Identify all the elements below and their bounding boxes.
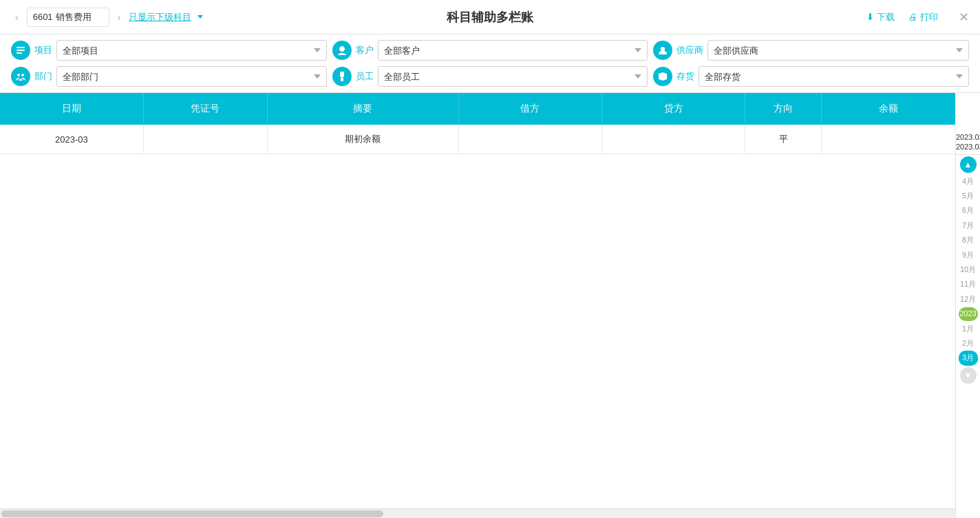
cell-summary: 期初余额	[268, 125, 459, 154]
print-button[interactable]: 🖨 打印	[908, 11, 938, 23]
main-window: ‹ 6601 销售费用 › 只显示下级科目 科目辅助多栏账 ⬇ 下载 🖨 打印 …	[0, 0, 980, 518]
print-label: 打印	[920, 11, 938, 23]
timeline-item-8[interactable]: 8月	[956, 233, 980, 247]
timeline-header-1: 2023.03 2023.03	[956, 130, 980, 155]
page-title: 科目辅助多栏账	[447, 9, 533, 25]
account-code-text: 6601	[33, 12, 53, 22]
col-summary: 摘要	[268, 93, 459, 125]
timeline-item-12[interactable]: 12月	[956, 292, 980, 307]
department-icon	[11, 67, 30, 86]
supplier-label: 供应商	[677, 44, 703, 56]
timeline-item-7[interactable]: 7月	[956, 218, 980, 233]
svg-point-5	[21, 74, 24, 76]
timeline-year-2023[interactable]: 2023	[959, 307, 978, 320]
svg-rect-0	[17, 47, 25, 48]
svg-rect-1	[17, 50, 25, 51]
download-button[interactable]: ⬇ 下载	[866, 11, 895, 23]
inventory-icon	[653, 67, 672, 86]
prev-arrow[interactable]: ‹	[11, 10, 23, 24]
filter-supplier: 供应商 全部供应商	[653, 40, 969, 61]
filter-bar: 项目 全部项目 客户 全部客户 供应商 全部供	[0, 34, 980, 93]
horizontal-scrollbar[interactable]	[0, 508, 955, 518]
side-timeline: 2023.03 2023.03 ▲ 4月 5月 6月 7月 8月 9月 10月 …	[955, 127, 980, 518]
col-debit: 借方	[458, 93, 601, 125]
project-label: 项目	[34, 44, 52, 56]
cell-balance	[822, 125, 955, 154]
timeline-item-5[interactable]: 5月	[956, 189, 980, 203]
department-label: 部门	[34, 70, 52, 83]
timeline-item-2[interactable]: 2月	[956, 336, 980, 351]
supplier-select[interactable]: 全部供应商	[707, 40, 969, 61]
col-date: 日期	[0, 93, 143, 125]
customer-label: 客户	[356, 44, 374, 56]
title-bar: ‹ 6601 销售费用 › 只显示下级科目 科目辅助多栏账 ⬇ 下载 🖨 打印 …	[0, 0, 980, 34]
customer-select[interactable]: 全部客户	[378, 40, 648, 61]
project-icon	[11, 41, 30, 60]
timeline-item-11[interactable]: 11月	[956, 277, 980, 291]
svg-rect-2	[17, 52, 22, 54]
cell-date: 2023-03	[0, 125, 143, 154]
cell-direction: 平	[745, 125, 822, 154]
print-icon: 🖨	[908, 12, 917, 22]
svg-rect-6	[340, 72, 344, 74]
timeline-item-1[interactable]: 1月	[956, 322, 980, 336]
filter-inventory: 存货 全部存货	[653, 66, 969, 87]
account-code-display[interactable]: 6601 销售费用	[27, 8, 109, 27]
table-container: 日期 凭证号 摘要 借方 贷方 方向 余额 2023-03	[0, 93, 955, 508]
svg-point-4	[17, 74, 20, 76]
close-button[interactable]: ✕	[959, 10, 969, 25]
timeline-item-4[interactable]: 4月	[956, 174, 980, 189]
scrollbar-thumb[interactable]	[1, 510, 383, 517]
inventory-label: 存货	[677, 70, 694, 83]
timeline-item-9[interactable]: 9月	[956, 248, 980, 262]
show-sub-chevron	[198, 15, 203, 19]
department-select[interactable]: 全部部门	[56, 66, 327, 87]
timeline-item-6[interactable]: 6月	[956, 203, 980, 218]
project-select[interactable]: 全部项目	[56, 40, 327, 61]
cell-debit	[458, 125, 601, 154]
timeline-item-10[interactable]: 10月	[956, 262, 980, 277]
filter-row-1: 项目 全部项目 客户 全部客户 供应商 全部供	[11, 40, 969, 61]
col-direction: 方向	[745, 93, 822, 125]
filter-project: 项目 全部项目	[11, 40, 327, 61]
employee-icon	[332, 67, 352, 86]
cell-credit	[601, 125, 745, 154]
timeline-down-arrow[interactable]: ▼	[960, 367, 977, 384]
title-actions: ⬇ 下载 🖨 打印 ✕	[866, 10, 969, 25]
show-sub-link[interactable]: 只显示下级科目	[129, 11, 191, 23]
filter-customer: 客户 全部客户	[332, 40, 648, 61]
download-icon: ⬇	[866, 12, 874, 22]
svg-rect-7	[341, 78, 343, 81]
customer-icon	[332, 41, 352, 60]
inventory-select[interactable]: 全部存货	[699, 66, 969, 87]
supplier-icon	[653, 41, 672, 60]
ledger-table: 日期 凭证号 摘要 借方 贷方 方向 余额 2023-03	[0, 93, 955, 154]
timeline-item-3-selected[interactable]: 3月	[959, 351, 978, 365]
col-balance: 余额	[822, 93, 955, 125]
table-row: 2023-03 期初余额 平	[0, 125, 955, 154]
timeline-up-arrow[interactable]: ▲	[960, 156, 977, 173]
col-credit: 贷方	[601, 93, 745, 125]
filter-department: 部门 全部部门	[11, 66, 327, 87]
nav-area: ‹ 6601 销售费用 › 只显示下级科目	[11, 8, 203, 27]
employee-label: 员工	[356, 70, 374, 83]
filter-row-2: 部门 全部部门 员工 全部员工 存货 全部存货	[11, 66, 969, 87]
account-name-text: 销售费用	[56, 11, 92, 23]
filter-employee: 员工 全部员工	[332, 66, 648, 87]
cell-voucher	[143, 125, 267, 154]
next-arrow[interactable]: ›	[114, 10, 125, 24]
col-voucher: 凭证号	[143, 93, 267, 125]
download-label: 下载	[877, 11, 895, 23]
employee-select[interactable]: 全部员工	[378, 66, 648, 87]
